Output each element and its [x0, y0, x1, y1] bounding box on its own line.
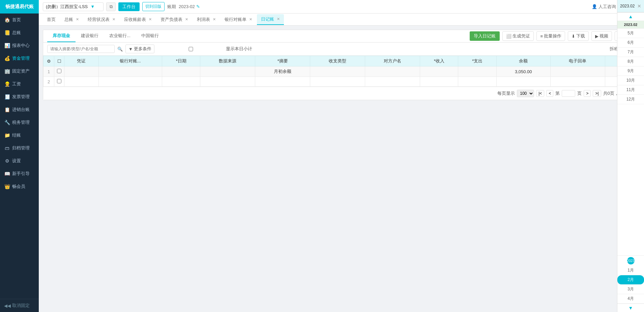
sidebar-item-closing[interactable]: 📁 结账 [0, 129, 39, 142]
month-item[interactable]: 10月 [617, 76, 644, 85]
tab-close-business[interactable]: ✕ [112, 17, 115, 22]
video-button[interactable]: ▶ 视频 [591, 31, 612, 41]
month-item[interactable]: 11月 [617, 85, 644, 95]
download-button[interactable]: ⬇ 下载 [568, 31, 589, 41]
month-item[interactable]: 6月 [617, 38, 644, 48]
month-item[interactable]: 4月 [617, 294, 644, 304]
sidebar-item-guide[interactable]: 📖 新手引导 [0, 167, 39, 180]
month-item[interactable]: 8月 [617, 57, 644, 66]
month-item[interactable]: 7月 [617, 48, 644, 57]
sidebar-item-home[interactable]: 🏠 首页 [0, 13, 39, 26]
subtab-ccb[interactable]: 建设银行 [76, 30, 104, 42]
generate-voucher-button[interactable]: ⬜ 生成凭证 [502, 31, 534, 41]
tabbar: 首页 总账 ✕ 经营状况表 ✕ 应收账龄表 ✕ 资产负债表 ✕ 利润表 ✕ [39, 13, 644, 26]
tab-home[interactable]: 首页 [43, 15, 60, 25]
sidebar-item-tax[interactable]: 🔧 税务管理 [0, 116, 39, 129]
import-journal-button[interactable]: 导入日记账 [470, 31, 500, 41]
show-daily-checkbox[interactable]: 显示本日小计 [157, 46, 252, 52]
th-counterpart: 对方户名 [365, 56, 420, 66]
month-item[interactable]: 1月 [617, 266, 644, 275]
date-scroll-down[interactable]: ▼ [628, 305, 633, 311]
sidebar-item-label: 结账 [12, 132, 21, 138]
more-conditions-button[interactable]: ▼ 更多条件 [125, 45, 154, 53]
next-page-button[interactable]: > [584, 90, 591, 97]
sidebar-item-settings[interactable]: ⚙ 设置 [0, 154, 39, 167]
row-check[interactable] [54, 77, 64, 87]
month-item[interactable]: 5月 [617, 29, 644, 38]
sidebar-item-label: 报表中心 [12, 42, 30, 49]
tab-close-ledger[interactable]: ✕ [76, 17, 79, 22]
old-version-button[interactable]: 切到旧版 [142, 2, 165, 11]
copy-company-button[interactable]: ⧉ [106, 2, 116, 11]
daily-checkbox-input[interactable] [157, 47, 225, 51]
year-active-badge[interactable]: 2023 [627, 257, 635, 264]
sidebar-item-funds[interactable]: 💰 资金管理 [0, 52, 39, 65]
sidebar-item-label: 税务管理 [12, 119, 30, 125]
subtab-boc[interactable]: 中国银行 [136, 30, 164, 42]
th-settings[interactable]: ⚙ [43, 56, 54, 66]
voucher-icon: ⬜ [506, 34, 511, 39]
tab-close-profit[interactable]: ✕ [213, 17, 216, 22]
sidebar-item-invoice[interactable]: 🧾 发票管理 [0, 90, 39, 103]
search-input[interactable] [47, 45, 115, 53]
date-panel-close-button[interactable]: ✕ [635, 1, 644, 11]
support-link[interactable]: 👤 人工咨询 [592, 4, 616, 10]
table-cell [550, 77, 605, 87]
sidebar-item-membership[interactable]: 👑 畅会员 [0, 180, 39, 193]
search-icon[interactable]: 🔍 [117, 47, 123, 52]
date-panel: 2023.02 ✕ ▲ 2023.02 5月6月7月8月9月10月11月12月 … [617, 0, 644, 312]
pagination: 每页显示 100 20 50 200 |< < 第 1 页 > >| 共0页，0… [43, 87, 640, 100]
month-item[interactable]: 9月 [617, 66, 644, 76]
batch-op-button[interactable]: ≡ 批量操作 [536, 31, 565, 41]
tab-balance-sheet[interactable]: 资产负债表 ✕ [156, 15, 192, 25]
per-page-select[interactable]: 100 20 50 200 [517, 90, 534, 97]
th-bank-match: 银行对账... [98, 56, 162, 66]
month-item[interactable]: 3月 [617, 285, 644, 294]
sidebar-item-label: 工资 [12, 81, 21, 87]
th-check[interactable]: ☐ [54, 56, 64, 66]
first-page-button[interactable]: |< [536, 90, 544, 97]
date-panel-year-2022[interactable]: 2023.02 [624, 23, 638, 27]
month-item[interactable]: 12月 [617, 95, 644, 104]
table-cell [458, 77, 496, 87]
tab-receivables[interactable]: 应收账龄表 ✕ [120, 15, 156, 25]
membership-icon: 👑 [4, 184, 10, 189]
prev-page-button[interactable]: < [546, 90, 553, 97]
tab-close-bank[interactable]: ✕ [249, 17, 252, 22]
sidebar-item-ledger[interactable]: 📒 总账 [0, 26, 39, 39]
pin-toggle[interactable]: ◀◀ 取消固定 [0, 299, 39, 312]
sidebar-item-archive[interactable]: 🗃 归档管理 [0, 142, 39, 154]
period-edit-icon[interactable]: ✎ [196, 4, 200, 9]
row-settings[interactable]: 1 [43, 66, 54, 77]
tab-profit[interactable]: 利润表 ✕ [193, 15, 220, 25]
page-input[interactable]: 1 [562, 90, 575, 97]
sidebar-item-assets[interactable]: 🏢 固定资产 [0, 65, 39, 78]
tab-ledger[interactable]: 总账 ✕ [60, 15, 83, 25]
tab-journal[interactable]: 日记账 ✕ [257, 14, 284, 25]
subtab-cash[interactable]: 库存现金 [47, 30, 76, 42]
date-scroll-up[interactable]: ▲ [628, 14, 633, 19]
tab-close-balance[interactable]: ✕ [185, 17, 188, 22]
page-label: 第 [555, 90, 560, 96]
row-check[interactable] [54, 66, 64, 77]
last-page-button[interactable]: >| [593, 90, 601, 97]
tab-bank-reconcile[interactable]: 银行对账单 ✕ [221, 15, 256, 25]
sidebar-item-salary[interactable]: 👷 工资 [0, 78, 39, 90]
sidebar-item-reports[interactable]: 📊 报表中心 [0, 39, 39, 52]
workbench-button[interactable]: 工作台 [118, 2, 140, 11]
filter-bar: 🔍 ▼ 更多条件 显示本日小计 拆称: 人民币 [43, 42, 640, 56]
table-cell [365, 77, 420, 87]
tab-business-status[interactable]: 经营状况表 ✕ [84, 15, 119, 25]
tab-close-receivables[interactable]: ✕ [149, 17, 152, 22]
company-dropdown-icon[interactable]: ▼ [90, 4, 95, 9]
table-cell [550, 66, 605, 77]
company-selector[interactable]: (勿删）江西担宝-LSS ▼ [43, 2, 104, 11]
row-settings[interactable]: 2 [43, 77, 54, 87]
table-cell [98, 77, 162, 87]
subtab-agri[interactable]: 农业银行... [104, 30, 136, 42]
table-cell: 月初余额 [255, 66, 310, 77]
month-item[interactable]: 2月 [617, 275, 644, 285]
tab-close-journal[interactable]: ✕ [277, 17, 280, 21]
tax-icon: 🔧 [4, 120, 10, 125]
sidebar-item-purchases[interactable]: 📋 进销台账 [0, 103, 39, 116]
